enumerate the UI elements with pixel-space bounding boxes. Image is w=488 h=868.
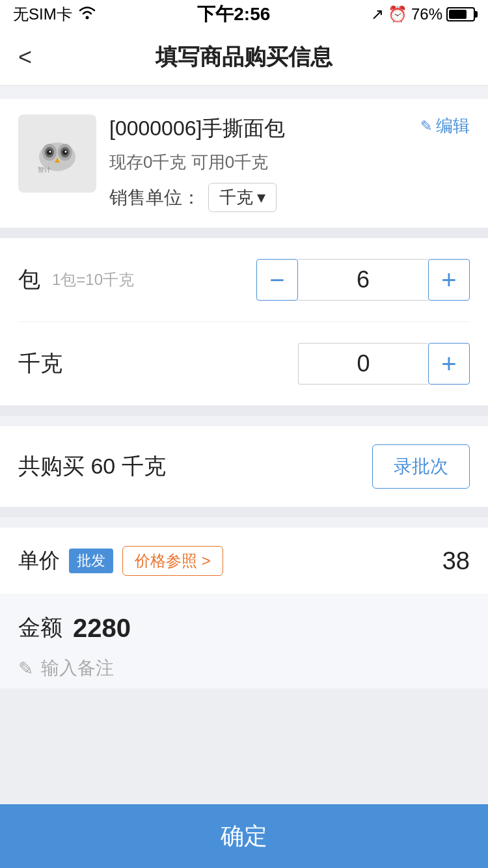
unit-select[interactable]: 千克 ▾ bbox=[208, 183, 277, 212]
confirm-button[interactable]: 确定 bbox=[0, 804, 488, 868]
page-title: 填写商品购买信息 bbox=[156, 42, 332, 72]
amount-label: 金额 bbox=[18, 613, 62, 643]
batch-button[interactable]: 录批次 bbox=[372, 444, 470, 489]
price-left: 单价 批发 价格参照 > bbox=[18, 546, 223, 576]
price-label: 单价 bbox=[18, 547, 60, 575]
summary-text: 共购买 60 千克 bbox=[18, 452, 166, 481]
pack-hint: 1包=10千克 bbox=[52, 269, 134, 290]
back-button[interactable]: < bbox=[18, 44, 32, 71]
product-unit-row: 销售单位： 千克 ▾ bbox=[109, 183, 470, 212]
carrier-label: 无SIM卡 bbox=[13, 4, 72, 25]
battery-percent: 76% bbox=[411, 5, 442, 23]
unit-label: 销售单位： bbox=[109, 185, 200, 210]
remark-placeholder[interactable]: 输入备注 bbox=[41, 656, 114, 681]
unit-value: 千克 bbox=[219, 186, 253, 209]
product-stock: 现存0千克 可用0千克 bbox=[109, 151, 470, 174]
pack-minus-button[interactable]: − bbox=[256, 259, 298, 301]
pack-plus-button[interactable]: + bbox=[428, 259, 470, 301]
kg-label-text: 千克 bbox=[18, 349, 62, 379]
kg-label: 千克 bbox=[18, 349, 62, 379]
divider-2 bbox=[0, 405, 488, 416]
edit-label: 编辑 bbox=[436, 115, 470, 137]
amount-value: 2280 bbox=[73, 614, 131, 643]
divider-1 bbox=[0, 228, 488, 238]
product-card: 智计 [0000006]手撕面包 现存0千克 可用0千克 销售单位： 千克 ▾ … bbox=[0, 99, 488, 228]
kg-qty-input[interactable] bbox=[298, 343, 428, 385]
price-section: 单价 批发 价格参照 > 38 bbox=[0, 528, 488, 595]
product-name: [0000006]手撕面包 bbox=[109, 115, 470, 143]
svg-point-0 bbox=[85, 16, 88, 20]
price-row: 单价 批发 价格参照 > 38 bbox=[18, 546, 470, 576]
remark-row[interactable]: ✎ 输入备注 bbox=[18, 656, 470, 681]
wifi-icon bbox=[77, 5, 97, 23]
svg-point-9 bbox=[65, 151, 67, 153]
confirm-label: 确定 bbox=[221, 821, 267, 852]
dropdown-icon: ▾ bbox=[257, 187, 265, 208]
summary-section: 共购买 60 千克 录批次 bbox=[0, 426, 488, 507]
status-right: ↗ ⏰ 76% bbox=[371, 5, 475, 23]
divider-3 bbox=[0, 507, 488, 517]
status-bar: 无SIM卡 下午2:56 ↗ ⏰ 76% bbox=[0, 0, 488, 29]
amount-row: 金额 2280 bbox=[18, 613, 470, 643]
price-ref-button[interactable]: 价格参照 > bbox=[122, 546, 223, 576]
status-left: 无SIM卡 bbox=[13, 4, 97, 25]
quantity-section: 包 1包=10千克 − + 千克 + bbox=[0, 238, 488, 405]
price-value: 38 bbox=[442, 547, 470, 575]
kg-qty-control: + bbox=[298, 343, 470, 385]
pack-input-row: 包 1包=10千克 − + bbox=[18, 238, 470, 322]
price-type-badge: 批发 bbox=[69, 549, 113, 573]
location-icon: ↗ bbox=[371, 5, 384, 23]
pack-label-text: 包 bbox=[18, 265, 40, 295]
edit-icon: ✎ bbox=[420, 118, 432, 135]
battery-icon bbox=[446, 7, 475, 21]
kg-plus-button[interactable]: + bbox=[428, 343, 470, 385]
pack-qty-input[interactable] bbox=[298, 259, 428, 301]
kg-input-row: 千克 + bbox=[18, 322, 470, 405]
pack-label: 包 1包=10千克 bbox=[18, 265, 134, 295]
edit-button[interactable]: ✎ 编辑 bbox=[420, 115, 470, 137]
status-time: 下午2:56 bbox=[197, 2, 270, 27]
nav-bar: < 填写商品购买信息 bbox=[0, 29, 488, 86]
svg-point-8 bbox=[49, 151, 51, 153]
amount-section: 金额 2280 ✎ 输入备注 bbox=[0, 595, 488, 688]
product-info: [0000006]手撕面包 现存0千克 可用0千克 销售单位： 千克 ▾ bbox=[109, 115, 470, 212]
product-image: 智计 bbox=[18, 115, 96, 193]
alarm-icon: ⏰ bbox=[388, 5, 407, 23]
svg-text:智计: 智计 bbox=[38, 166, 51, 173]
pack-qty-control: − + bbox=[256, 259, 470, 301]
remark-icon: ✎ bbox=[18, 658, 33, 679]
